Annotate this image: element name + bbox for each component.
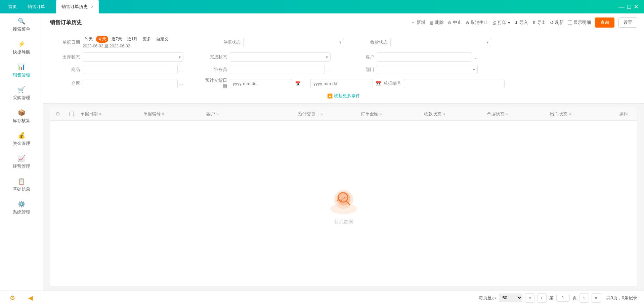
sidebar-item-basic[interactable]: 📋 基础信息 [0, 174, 43, 196]
select-all-checkbox[interactable] [70, 112, 74, 116]
next-page-btn[interactable]: › [579, 293, 589, 303]
delete-label: 删除 [435, 20, 444, 26]
customer-dots-icon[interactable]: ... [473, 54, 478, 60]
stop-icon: ⊘ [448, 20, 452, 25]
salesman-input[interactable] [230, 65, 325, 74]
status-select[interactable] [243, 38, 344, 47]
date-btn-1month[interactable]: 近1月 [125, 36, 140, 43]
customer-input[interactable] [377, 52, 472, 62]
delivery-start-input[interactable] [230, 79, 292, 88]
calendar-start-icon[interactable]: 📅 [295, 81, 301, 86]
page-suffix: 页 [572, 295, 577, 301]
show-detail-input[interactable] [568, 21, 572, 25]
sidebar-item-quicknav[interactable]: ⚡ 快捷导航 [0, 36, 43, 59]
out-select[interactable] [83, 52, 183, 62]
show-detail-toggle[interactable]: 显示明细 [568, 20, 591, 26]
date-btn-custom[interactable]: 自定义 [154, 36, 170, 43]
tab-sales-order[interactable]: 销售订单 × [22, 0, 56, 13]
date-label: 单据日期 [56, 39, 80, 45]
add-label: 新增 [417, 20, 425, 26]
th-delivery-label: 预计交货... [298, 111, 319, 117]
table-select-all[interactable] [66, 112, 78, 116]
sort-date-icon[interactable]: ⇅ [99, 112, 101, 116]
collapse-row[interactable]: 🔼 收起更多条件 [56, 93, 631, 99]
cancel-stop-button[interactable]: ⊗ 取消中止 [466, 20, 488, 26]
page-header: 销售订单历史 ＋ 新增 🗑 删除 ⊘ 中止 ⊗ [43, 13, 644, 104]
close-icon[interactable]: ✕ [634, 3, 639, 10]
sidebar-item-inventory[interactable]: 📦 库存核算 [0, 105, 43, 128]
refresh-button[interactable]: ↺ 刷新 [550, 20, 564, 26]
settings-bottom-icon[interactable]: ⚙ [10, 294, 15, 302]
sort-customer-icon[interactable]: ⇅ [216, 112, 219, 116]
tab-sales-order-history[interactable]: 销售订单历史 × [56, 0, 99, 13]
filter-row-2: 出库状态 ▾ 完成状态 ▾ 客户 ... [56, 52, 631, 62]
th-amount-label: 订单金额 [361, 111, 378, 117]
sidebar-item-operation[interactable]: 📈 经营管理 [0, 151, 43, 174]
goods-label: 商品 [56, 67, 80, 73]
date-quick-btns: 昨天 今天 近7天 近1月 更多 自定义 [83, 36, 197, 43]
date-btn-yesterday[interactable]: 昨天 [83, 36, 95, 43]
print-button[interactable]: 🖨 打印 ▾ [492, 20, 510, 26]
tab-sales-order-history-close[interactable]: × [91, 4, 93, 9]
last-page-btn[interactable]: » [592, 293, 601, 303]
goods-dots-icon[interactable]: ... [179, 67, 183, 73]
page-input[interactable] [556, 294, 570, 302]
per-page-select[interactable]: 10 20 50 100 [499, 294, 522, 302]
sort-payment-status-icon[interactable]: ⇅ [442, 112, 445, 116]
import-button[interactable]: ⬇ 导入 [514, 20, 528, 26]
tab-sales-order-close[interactable]: × [48, 4, 51, 9]
sidebar-item-system[interactable]: ⚙️ 系统管理 [0, 196, 43, 219]
refresh-icon: ↺ [550, 20, 554, 25]
th-no: 单据编号 ⇅ [140, 111, 203, 117]
order-no-input[interactable] [404, 79, 505, 88]
add-button[interactable]: ＋ 新增 [411, 20, 425, 26]
sort-amount-icon[interactable]: ⇅ [379, 112, 382, 116]
sidebar-item-purchase[interactable]: 🛒 采购管理 [0, 82, 43, 105]
sidebar-item-sales[interactable]: 📊 销售管理 [0, 59, 43, 82]
warehouse-input[interactable] [83, 79, 178, 88]
table-settings-icon[interactable]: ⚙ [50, 111, 66, 117]
sort-order-status-icon[interactable]: ⇅ [505, 112, 508, 116]
sidebar-item-finance[interactable]: 💰 资金管理 [0, 128, 43, 151]
sort-no-icon[interactable]: ⇅ [162, 112, 164, 116]
customer-label: 客户 [351, 54, 374, 60]
date-dash: — [303, 81, 308, 86]
payment-select[interactable] [390, 38, 491, 47]
dept-select[interactable] [377, 65, 478, 74]
sidebar-item-search[interactable]: 🔍 搜索菜单 [0, 13, 43, 36]
th-actions-label: 操作 [619, 111, 628, 117]
salesman-dots-icon[interactable]: ... [326, 67, 331, 73]
maximize-icon[interactable]: □ [627, 3, 631, 10]
complete-select[interactable] [230, 52, 331, 62]
prev-page-icon: ‹ [541, 295, 542, 300]
no-data-illustration [327, 183, 360, 216]
query-button[interactable]: 查询 [595, 17, 614, 28]
warehouse-dots-icon[interactable]: ... [179, 80, 183, 86]
sidebar-bottom: ⚙ ◀ [0, 291, 43, 305]
sort-delivery-icon[interactable]: ⇅ [320, 112, 323, 116]
out-label: 出库状态 [56, 54, 80, 60]
date-btn-more[interactable]: 更多 [141, 36, 153, 43]
th-customer-label: 客户 [206, 111, 215, 117]
collapse-sidebar-icon[interactable]: ◀ [28, 294, 33, 302]
minimize-icon[interactable]: — [618, 3, 625, 10]
first-page-icon: « [528, 295, 531, 300]
setting-button[interactable]: 设置 [618, 17, 637, 28]
first-page-btn[interactable]: « [525, 293, 534, 303]
stop-button[interactable]: ⊘ 中止 [448, 20, 462, 26]
delivery-label: 预计交货日期 [204, 77, 227, 89]
sort-out-status-icon[interactable]: ⇅ [568, 112, 571, 116]
date-btn-7days[interactable]: 近7天 [110, 36, 124, 43]
delete-button[interactable]: 🗑 删除 [429, 20, 444, 26]
export-button[interactable]: ⬆ 导出 [532, 20, 546, 26]
filter-row-4: 仓库 ... 预计交货日期 📅 — 📅 单据编 [56, 77, 631, 89]
pagination: 每页显示 10 20 50 100 « ‹ 第 页 › [43, 290, 644, 305]
tab-home[interactable]: 首页 [3, 0, 22, 13]
delivery-end-input[interactable] [310, 79, 373, 88]
goods-input[interactable] [83, 65, 178, 74]
date-btn-today[interactable]: 今天 [96, 36, 108, 43]
th-payment-status: 收款状态 ⇅ [421, 111, 484, 117]
page-label: 第 [549, 295, 554, 301]
prev-page-btn[interactable]: ‹ [537, 293, 547, 303]
table-area: ⚙ 单据日期 ⇅ 单据编号 ⇅ 客户 ⇅ 预计交货... [50, 107, 637, 287]
